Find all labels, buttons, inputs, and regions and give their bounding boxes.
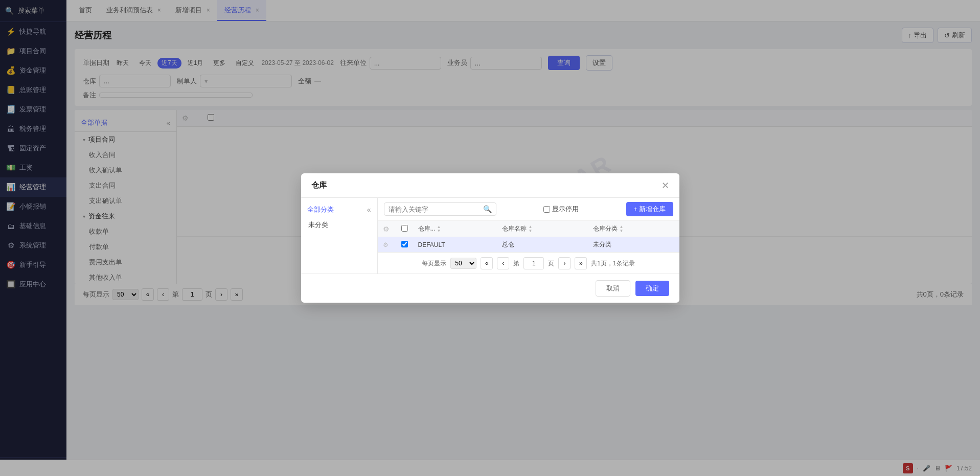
modal-row-category: 未分类: [588, 237, 679, 253]
modal-page-size-select[interactable]: 50 100: [450, 258, 476, 269]
show-disabled-checkbox[interactable]: [543, 206, 550, 213]
modal-search-icon: 🔍: [483, 205, 492, 213]
modal-title: 仓库: [311, 180, 327, 190]
modal-search-input[interactable]: [389, 206, 480, 213]
add-warehouse-button[interactable]: + 新增仓库: [626, 202, 673, 216]
modal-header: 仓库 ✕: [301, 173, 679, 198]
modal-table-row[interactable]: ⚙ DEFAULT 总仓 未分类: [378, 237, 679, 253]
modal-category-未分类[interactable]: 未分类: [301, 217, 377, 233]
modal-table-body: ⚙ DEFAULT 总仓 未分类: [378, 237, 679, 253]
modal-page-next-btn-label: 页: [548, 259, 554, 268]
modal-th-code: 仓库... ▲▼: [413, 221, 497, 237]
modal-total-label: 共1页，1条记录: [591, 259, 634, 268]
modal-row-code: DEFAULT: [413, 237, 497, 253]
modal-page-prefix: 第: [513, 259, 519, 268]
modal-th-checkbox[interactable]: [396, 221, 413, 237]
modal-pagination: 每页显示 50 100 « ‹ 第 页 › » 共1页，1条记录: [378, 253, 679, 274]
modal-row-name: 总仓: [497, 237, 588, 253]
modal-last-page-btn[interactable]: »: [575, 257, 587, 269]
modal-table: ⚙ 仓库... ▲▼ 仓库名称: [378, 221, 679, 253]
modal-all-categories-label: 全部分类: [307, 205, 334, 214]
modal-first-page-btn[interactable]: «: [481, 257, 493, 269]
modal-toolbar: 🔍 显示停用 + 新增仓库: [378, 198, 679, 221]
modal-dialog: 仓库 ✕ 全部分类 « 未分类 🔍: [301, 173, 679, 303]
modal-page-size-label: 每页显示: [422, 259, 446, 268]
modal-row-settings-icon: ⚙: [383, 241, 389, 248]
modal-footer: 取消 确定: [301, 274, 679, 303]
modal-prev-page-btn[interactable]: ‹: [497, 257, 509, 269]
modal-body: 全部分类 « 未分类 🔍 显示停用 + 新增仓库: [301, 198, 679, 274]
modal-close-button[interactable]: ✕: [662, 181, 669, 190]
modal-left-panel: 全部分类 « 未分类: [301, 198, 378, 274]
modal-row-settings[interactable]: ⚙: [378, 237, 396, 253]
modal-next-page-btn[interactable]: ›: [558, 257, 571, 269]
show-disabled-label[interactable]: 显示停用: [543, 205, 579, 214]
modal-row-check[interactable]: [401, 241, 408, 247]
confirm-button[interactable]: 确定: [635, 281, 669, 296]
modal-right: 🔍 显示停用 + 新增仓库 ⚙: [378, 198, 679, 274]
modal-search[interactable]: 🔍: [384, 202, 496, 216]
cancel-button[interactable]: 取消: [596, 280, 630, 297]
modal-th-name: 仓库名称 ▲▼: [497, 221, 588, 237]
modal-table-wrapper: ⚙ 仓库... ▲▼ 仓库名称: [378, 221, 679, 253]
modal-row-checkbox[interactable]: [396, 237, 413, 253]
modal-th-category: 仓库分类 ▲▼: [588, 221, 679, 237]
modal-page-input[interactable]: [523, 257, 544, 269]
modal-overlay: 仓库 ✕ 全部分类 « 未分类 🔍: [0, 0, 980, 476]
modal-col-settings-icon: ⚙: [383, 225, 390, 233]
modal-select-all[interactable]: [401, 225, 408, 232]
modal-table-head: ⚙ 仓库... ▲▼ 仓库名称: [378, 221, 679, 237]
modal-header-row: ⚙ 仓库... ▲▼ 仓库名称: [378, 221, 679, 237]
modal-left-header: 全部分类 «: [301, 202, 377, 217]
modal-th-settings[interactable]: ⚙: [378, 221, 396, 237]
modal-left-toggle[interactable]: «: [367, 206, 371, 214]
modal-left-items: 未分类: [301, 217, 377, 233]
